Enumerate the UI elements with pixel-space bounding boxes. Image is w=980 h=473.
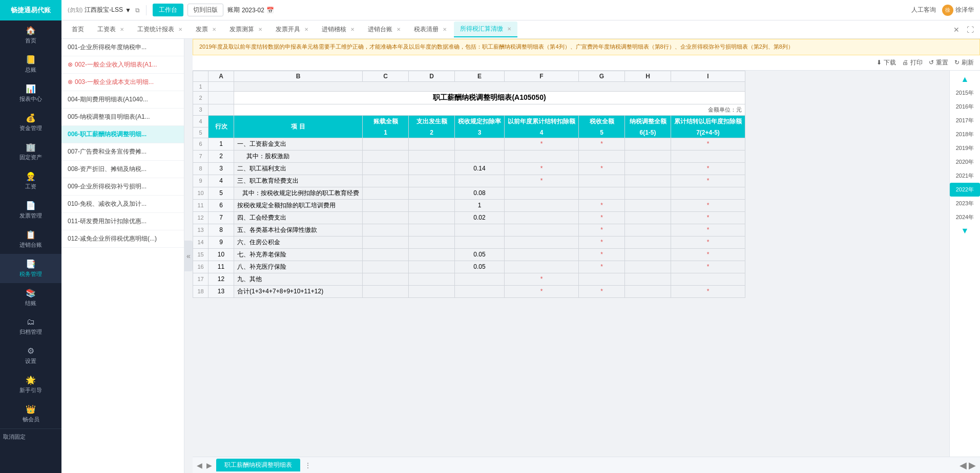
cell-d17[interactable]: [409, 273, 455, 285]
cell-row5[interactable]: 5: [208, 187, 234, 199]
tab-tax-table[interactable]: 税表清册✕: [408, 22, 453, 37]
cell-i7[interactable]: [671, 150, 745, 162]
cell-c16[interactable]: [363, 261, 409, 273]
cell-h7[interactable]: [625, 150, 671, 162]
cell-g13[interactable]: *: [579, 224, 625, 236]
cell-row2[interactable]: 2: [208, 150, 234, 162]
cell-d9[interactable]: [409, 175, 455, 187]
cell-row9[interactable]: 9: [208, 236, 234, 248]
cell-c8[interactable]: [363, 162, 409, 175]
cell-g7[interactable]: [579, 150, 625, 162]
cell-row11[interactable]: 11: [208, 261, 234, 273]
cell-d10[interactable]: [409, 187, 455, 199]
cell-i10[interactable]: [671, 187, 745, 199]
file-item-001[interactable]: 001-企业所得税年度纳税申...: [61, 39, 184, 56]
sidebar-item-newbie[interactable]: 🌟 新手引导: [0, 370, 61, 399]
support-btn[interactable]: 人工客询: [911, 6, 936, 14]
bottom-tab-active[interactable]: 职工薪酬纳税调整明细表: [216, 459, 300, 471]
tab-payroll-stats[interactable]: 工资统计报表✕: [131, 22, 189, 37]
close-tab-icon[interactable]: ✕: [507, 26, 511, 32]
cell-c9[interactable]: [363, 175, 409, 187]
cell-d13[interactable]: [409, 224, 455, 236]
cell-item-4[interactable]: 三、职工教育经费支出: [234, 175, 363, 187]
company-selector[interactable]: (勿划) 江西股宝-LSS ▼: [68, 6, 131, 14]
switch-old-button[interactable]: 切到旧版: [187, 4, 223, 16]
tab-invoice-issue[interactable]: 发票开具✕: [269, 22, 315, 37]
cell-h9[interactable]: [625, 175, 671, 187]
file-item-012[interactable]: 012-减免企业所得税优惠明细(...): [61, 230, 184, 248]
scroll-right-btn[interactable]: ▶: [969, 460, 976, 471]
tab-sales-ledger[interactable]: 进销台账✕: [362, 22, 407, 37]
sidebar-item-home[interactable]: 🏠 首页: [0, 20, 61, 50]
cell-i11[interactable]: *: [671, 199, 745, 211]
cell-row12[interactable]: 12: [208, 273, 234, 285]
cell-c18[interactable]: [363, 285, 409, 297]
cell-row6[interactable]: 6: [208, 199, 234, 211]
year-2021[interactable]: 2021年: [950, 169, 980, 183]
sidebar-item-invoice[interactable]: 📄 发票管理: [0, 196, 61, 225]
maximize-button[interactable]: ⛶: [965, 25, 976, 35]
cell-f12[interactable]: [505, 211, 579, 224]
year-2019[interactable]: 2019年: [950, 141, 980, 155]
cell-h17[interactable]: [625, 273, 671, 285]
sidebar-item-payroll[interactable]: 👷 工资: [0, 166, 61, 196]
cell-i16[interactable]: *: [671, 261, 745, 273]
year-2020[interactable]: 2020年: [950, 155, 980, 169]
cell-f15[interactable]: [505, 248, 579, 261]
cell-item-1[interactable]: 一、工资薪金支出: [234, 138, 363, 150]
prev-sheet-btn[interactable]: ◀: [197, 461, 202, 469]
cell-g12[interactable]: *: [579, 211, 625, 224]
cell-c10[interactable]: [363, 187, 409, 199]
file-item-011[interactable]: 011-研发费用加计扣除优惠...: [61, 213, 184, 230]
cell-g16[interactable]: *: [579, 261, 625, 273]
cell-c12[interactable]: [363, 211, 409, 224]
cell-f9[interactable]: *: [505, 175, 579, 187]
cell-e6[interactable]: [455, 138, 505, 150]
cell-d16[interactable]: [409, 261, 455, 273]
close-tab-icon[interactable]: ✕: [350, 27, 355, 32]
cell-h12[interactable]: [625, 211, 671, 224]
cell-f7[interactable]: [505, 150, 579, 162]
year-nav-up[interactable]: ▲: [959, 73, 971, 86]
cell-a1[interactable]: [208, 81, 234, 91]
tab-home[interactable]: 首页: [66, 22, 90, 37]
cell-item-13[interactable]: 合计(1+3+4+7+8+9+10+11+12): [234, 285, 363, 297]
refresh-button[interactable]: ↻ 刷新: [954, 58, 974, 67]
sidebar-item-vip[interactable]: 👑 畅会员: [0, 399, 61, 428]
file-item-006[interactable]: 006-职工薪酬纳税调整明细...: [61, 126, 184, 143]
close-tab-icon[interactable]: ✕: [304, 27, 308, 32]
cell-h15[interactable]: [625, 248, 671, 261]
cell-row10[interactable]: 10: [208, 248, 234, 261]
cell-g15[interactable]: *: [579, 248, 625, 261]
cell-i8[interactable]: *: [671, 162, 745, 175]
cell-e9[interactable]: [455, 175, 505, 187]
cell-i9[interactable]: *: [671, 175, 745, 187]
sidebar-item-tax[interactable]: 📑 税务管理: [0, 254, 61, 283]
cell-row7[interactable]: 7: [208, 211, 234, 224]
cell-f18[interactable]: *: [505, 285, 579, 297]
tab-sales-verify[interactable]: 进销稽核✕: [316, 22, 361, 37]
sidebar-item-settings[interactable]: ⚙ 设置: [0, 341, 61, 370]
cell-c11[interactable]: [363, 199, 409, 211]
cell-item-3[interactable]: 二、职工福利支出: [234, 162, 363, 175]
sidebar-item-archive[interactable]: 🗂 归档管理: [0, 312, 61, 341]
close-tab-icon[interactable]: ✕: [178, 27, 182, 32]
file-item-004[interactable]: 004-期间费用明细表(A1040...: [61, 91, 184, 109]
cell-f13[interactable]: [505, 224, 579, 236]
cell-g8[interactable]: *: [579, 162, 625, 175]
cell-e18[interactable]: [455, 285, 505, 297]
cell-d7[interactable]: [409, 150, 455, 162]
cell-row13[interactable]: 13: [208, 285, 234, 297]
cell-h13[interactable]: [625, 224, 671, 236]
tab-invoice-calc[interactable]: 发票测算✕: [223, 22, 268, 37]
file-item-010[interactable]: 010-免税、减收收入及加计...: [61, 196, 184, 213]
cell-c7[interactable]: [363, 150, 409, 162]
cell-c13[interactable]: [363, 224, 409, 236]
sidebar-item-finance[interactable]: 💰 资金管理: [0, 108, 61, 137]
cell-h18[interactable]: [625, 285, 671, 297]
spreadsheet-container[interactable]: A B C D E F G H I: [193, 71, 949, 457]
cell-h6[interactable]: [625, 138, 671, 150]
cell-e17[interactable]: [455, 273, 505, 285]
cell-item-8[interactable]: 五、各类基本社会保障性缴款: [234, 224, 363, 236]
collapse-sidebar-button[interactable]: «: [184, 241, 193, 271]
